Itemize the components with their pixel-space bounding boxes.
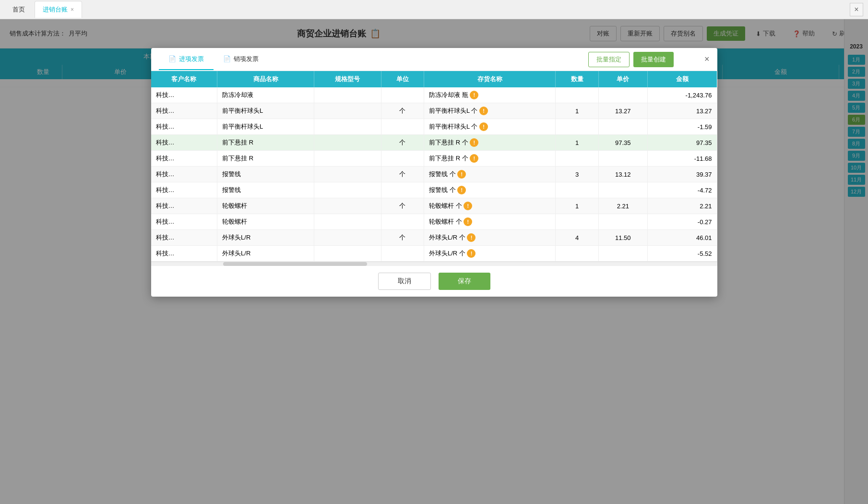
outgoing-invoice-label: 销项发票 (234, 55, 259, 63)
tab-incoming-invoice[interactable]: 📄 进项发票 (159, 49, 214, 70)
table-row[interactable]: 科技… 报警线 报警线 个 ! -4.72 (151, 182, 717, 198)
cell-price: 2.21 (598, 198, 647, 214)
cell-customer: 科技… (151, 135, 217, 151)
cell-amount: 39.37 (647, 167, 717, 182)
cell-amount: 13.27 (647, 103, 717, 119)
cell-price: 11.50 (598, 230, 647, 246)
table-header-row: 客户名称 商品名称 规格型号 单位 存货名称 数量 单价 金额 (151, 71, 717, 87)
table-row[interactable]: 科技… 外球头L/R 外球头L/R 个 ! -5.52 (151, 246, 717, 262)
warning-icon: ! (479, 107, 488, 115)
col-spec: 规格型号 (314, 71, 381, 87)
tab-home[interactable]: 首页 (5, 1, 33, 18)
table-row[interactable]: 科技… 轮毂螺杆 个 轮毂螺杆 个 ! 1 2.21 2.21 (151, 198, 717, 214)
cell-inventory: 前平衡杆球头L 个 ! (424, 103, 556, 119)
cell-unit (381, 119, 424, 135)
col-inventory: 存货名称 (424, 71, 556, 87)
cell-customer: 科技… (151, 103, 217, 119)
cell-product: 轮毂螺杆 (217, 198, 314, 214)
invoice-table: 客户名称 商品名称 规格型号 单位 存货名称 数量 单价 金额 科技… 防冻冷却… (151, 71, 717, 262)
cell-inventory: 轮毂螺杆 个 ! (424, 198, 556, 214)
table-row[interactable]: 科技… 防冻冷却液 防冻冷却液 瓶 ! -1,243.76 (151, 87, 717, 103)
cell-customer: 科技… (151, 182, 217, 198)
dialog-close-button[interactable]: × (697, 54, 717, 64)
warning-icon: ! (457, 170, 466, 179)
cell-customer: 科技… (151, 246, 217, 262)
cell-qty (556, 214, 599, 230)
cell-price: 13.27 (598, 103, 647, 119)
tab-close-icon[interactable]: × (71, 6, 74, 13)
tab-active[interactable]: 进销台账 × (35, 1, 82, 18)
tab-bar: 首页 进销台账 × × (0, 0, 868, 19)
cell-unit (381, 151, 424, 167)
batch-assign-button[interactable]: 批量指定 (588, 52, 630, 67)
cell-amount: -1,243.76 (647, 87, 717, 103)
cell-price (598, 214, 647, 230)
col-qty: 数量 (556, 71, 599, 87)
scrollbar-thumb[interactable] (223, 262, 367, 266)
cell-customer: 科技… (151, 167, 217, 182)
warning-icon: ! (467, 249, 476, 258)
table-row[interactable]: 科技… 报警线 个 报警线 个 ! 3 13.12 39.37 (151, 167, 717, 182)
cell-qty (556, 119, 599, 135)
cell-customer: 科技… (151, 151, 217, 167)
table-row[interactable]: 科技… 轮毂螺杆 轮毂螺杆 个 ! -0.27 (151, 214, 717, 230)
cell-unit: 个 (381, 230, 424, 246)
cell-price (598, 151, 647, 167)
cell-unit: 个 (381, 135, 424, 151)
cancel-button[interactable]: 取消 (378, 273, 431, 290)
cell-customer: 科技… (151, 119, 217, 135)
cell-spec (314, 103, 381, 119)
outgoing-invoice-icon: 📄 (223, 55, 231, 62)
tab-active-label: 进销台账 (43, 5, 68, 14)
table-row[interactable]: 科技… 前下悬挂 R 前下悬挂 R 个 ! -11.68 (151, 151, 717, 167)
cell-product: 前平衡杆球头L (217, 103, 314, 119)
cell-qty (556, 246, 599, 262)
table-row[interactable]: 科技… 前下悬挂 R 个 前下悬挂 R 个 ! 1 97.35 97.35 (151, 135, 717, 151)
cell-spec (314, 230, 381, 246)
warning-icon: ! (470, 138, 478, 147)
cell-product: 前下悬挂 R (217, 135, 314, 151)
cell-qty: 4 (556, 230, 599, 246)
cell-amount: 46.01 (647, 230, 717, 246)
cell-price (598, 87, 647, 103)
cell-price (598, 246, 647, 262)
incoming-invoice-icon: 📄 (168, 55, 176, 62)
warning-icon: ! (457, 186, 466, 194)
cell-spec (314, 246, 381, 262)
cell-amount: -4.72 (647, 182, 717, 198)
window-close-button[interactable]: × (850, 3, 863, 16)
cell-product: 报警线 (217, 167, 314, 182)
cell-product: 外球头L/R (217, 230, 314, 246)
warning-icon: ! (467, 233, 476, 242)
cell-amount: -0.27 (647, 214, 717, 230)
col-price: 单价 (598, 71, 647, 87)
cell-spec (314, 135, 381, 151)
cell-amount: -5.52 (647, 246, 717, 262)
cell-spec (314, 119, 381, 135)
tab-outgoing-invoice[interactable]: 📄 销项发票 (214, 49, 268, 70)
cell-qty: 1 (556, 103, 599, 119)
cell-spec (314, 198, 381, 214)
cell-inventory: 轮毂螺杆 个 ! (424, 214, 556, 230)
cell-price (598, 119, 647, 135)
cell-product: 前平衡杆球头L (217, 119, 314, 135)
col-product: 商品名称 (217, 71, 314, 87)
cell-spec (314, 151, 381, 167)
cell-customer: 科技… (151, 198, 217, 214)
table-scrollbar[interactable] (151, 262, 717, 265)
dialog-overlay: 📄 进项发票 📄 销项发票 批量指定 批量创建 × (0, 19, 868, 504)
table-row[interactable]: 科技… 前平衡杆球头L 前平衡杆球头L 个 ! -1.59 (151, 119, 717, 135)
cell-spec (314, 167, 381, 182)
cell-product: 防冻冷却液 (217, 87, 314, 103)
cell-customer: 科技… (151, 87, 217, 103)
cell-inventory: 报警线 个 ! (424, 167, 556, 182)
cell-inventory: 前下悬挂 R 个 ! (424, 135, 556, 151)
save-button[interactable]: 保存 (439, 273, 490, 290)
dialog-table-wrapper[interactable]: 客户名称 商品名称 规格型号 单位 存货名称 数量 单价 金额 科技… 防冻冷却… (151, 71, 717, 262)
warning-icon: ! (470, 154, 478, 163)
table-row[interactable]: 科技… 前平衡杆球头L 个 前平衡杆球头L 个 ! 1 13.27 13.27 (151, 103, 717, 119)
table-row[interactable]: 科技… 外球头L/R 个 外球头L/R 个 ! 4 11.50 46.01 (151, 230, 717, 246)
cell-unit: 个 (381, 167, 424, 182)
warning-icon: ! (464, 202, 472, 210)
batch-create-button[interactable]: 批量创建 (633, 52, 674, 67)
